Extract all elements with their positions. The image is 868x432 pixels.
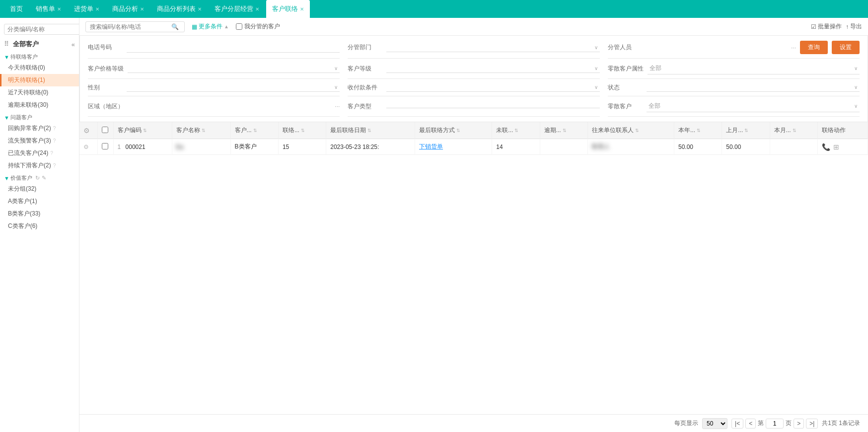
manager-dots[interactable]: ···: [791, 44, 796, 51]
th-this-month: 本月... ⇅: [770, 122, 817, 139]
settings-row-icon[interactable]: ⚙: [83, 144, 89, 150]
close-product-analysis-list-icon[interactable]: ✕: [198, 6, 202, 12]
more-filter-btn[interactable]: ▦ 更多条件 ▲: [189, 21, 232, 32]
page-nav: |< < 第 页 > >|: [731, 419, 818, 429]
td-unit-contact: 联系人: [588, 139, 674, 155]
help-icon-1[interactable]: ?: [53, 126, 56, 131]
th-settings: ⚙: [79, 122, 97, 139]
my-customers-checkbox[interactable]: [236, 23, 242, 30]
close-product-analysis-icon[interactable]: ✕: [140, 6, 144, 12]
td-customer-code: 1 000021: [113, 139, 172, 155]
nav-sales[interactable]: 销售单 ✕: [30, 0, 67, 18]
nav-customer-contact[interactable]: 客户联络 ✕: [266, 0, 310, 18]
sort-overdue-icon[interactable]: ⇅: [563, 128, 567, 133]
nav-purchase[interactable]: 进货单 ✕: [68, 0, 105, 18]
nav-customer-tier[interactable]: 客户分层经营 ✕: [209, 0, 265, 18]
help-icon-4[interactable]: ?: [53, 163, 56, 168]
close-customer-tier-icon[interactable]: ✕: [255, 6, 259, 12]
query-btn[interactable]: 查询: [800, 41, 828, 54]
sort-method-icon[interactable]: ⇅: [456, 128, 460, 133]
retail-customer-select[interactable]: 全部 ∨: [647, 100, 860, 112]
sort-name-icon[interactable]: ⇅: [202, 128, 206, 133]
sidebar-item-churned[interactable]: 已流失客户(24) ?: [0, 147, 79, 159]
close-purchase-icon[interactable]: ✕: [95, 6, 99, 12]
first-page-btn[interactable]: |<: [731, 419, 743, 429]
price-level-select[interactable]: ∨: [128, 64, 340, 73]
phone-input[interactable]: [127, 42, 340, 53]
sidebar-item-churn-warning[interactable]: 流失预警客户(3) ?: [0, 135, 79, 147]
area-dots[interactable]: ···: [335, 103, 340, 110]
td-not-contacted: 14: [492, 139, 540, 155]
sidebar-item-class-c[interactable]: C类客户(6): [0, 220, 79, 232]
search-icon[interactable]: 🔍: [171, 23, 179, 30]
sidebar-item-declining[interactable]: 持续下滑客户(2) ?: [0, 159, 79, 172]
search-input[interactable]: [90, 23, 169, 30]
export-icon: ↑: [846, 23, 849, 30]
th-overdue: 逾期... ⇅: [540, 122, 587, 139]
th-last-month: 上月... ⇅: [722, 122, 770, 139]
sort-year-icon[interactable]: ⇅: [697, 128, 701, 133]
customer-level-select[interactable]: ∨: [386, 64, 599, 73]
sidebar-item-class-a[interactable]: A类客户(1): [0, 195, 79, 208]
sort-last-date-icon[interactable]: ⇅: [367, 128, 371, 133]
toolbar-right: ☑ 批量操作 ↑ 导出: [811, 22, 862, 31]
page-size-select[interactable]: 50 100 200: [702, 418, 727, 429]
nav-product-analysis-list[interactable]: 商品分析列表 ✕: [151, 0, 208, 18]
refresh-icon[interactable]: ↻: [35, 175, 40, 181]
phone-action-icon[interactable]: 📞: [822, 143, 830, 151]
page-number-input[interactable]: [766, 419, 784, 429]
dept-select[interactable]: ∨: [386, 43, 599, 52]
next-page-btn[interactable]: >: [794, 419, 804, 429]
sort-not-contacted-icon[interactable]: ⇅: [514, 128, 518, 133]
td-row-actions: 📞 ⊞: [817, 139, 868, 155]
dept-dropdown-arrow: ∨: [594, 45, 598, 50]
sort-unit-contact-icon[interactable]: ⇅: [635, 128, 639, 133]
contact-method-link[interactable]: 下销货单: [419, 143, 443, 150]
help-icon-2[interactable]: ?: [53, 138, 56, 144]
sidebar-item-class-b[interactable]: B类客户(33): [0, 208, 79, 220]
customer-type-select[interactable]: [386, 105, 599, 108]
gear-icon[interactable]: ⚙: [83, 127, 90, 135]
th-actions: 联络动作: [817, 122, 868, 139]
sort-last-month-icon[interactable]: ⇅: [744, 128, 748, 133]
sort-code-icon[interactable]: ⇅: [143, 128, 147, 133]
help-icon-3[interactable]: ?: [50, 150, 53, 156]
nav-home[interactable]: 首页: [4, 0, 29, 18]
gender-arrow: ∨: [334, 84, 338, 90]
sidebar-search-input[interactable]: [4, 24, 79, 35]
export-btn[interactable]: ↑ 导出: [846, 22, 862, 31]
my-customers-checkbox-label[interactable]: 我分管的客户: [236, 22, 280, 31]
td-checkbox: [97, 139, 113, 155]
sort-contact-icon[interactable]: ⇅: [301, 128, 305, 133]
last-page-btn[interactable]: >|: [806, 419, 818, 429]
sidebar-item-today-pending[interactable]: 今天待联络(0): [0, 62, 79, 74]
sidebar-item-tomorrow-pending[interactable]: 明天待联络(1): [0, 74, 79, 86]
sidebar: 🔍 ⠿ 全部客户 « ▼ 待联络客户 今天待联络(0) 明天待联络(1) 近7天…: [0, 18, 79, 432]
row-checkbox[interactable]: [102, 143, 108, 149]
sort-type-icon[interactable]: ⇅: [253, 128, 257, 133]
sidebar-item-overdue-pending[interactable]: 逾期未联络(30): [0, 99, 79, 111]
retail-attr-select[interactable]: 全部 ∨: [648, 63, 860, 74]
sidebar-item-abnormal-repurchase[interactable]: 回购异常客户(2) ?: [0, 122, 79, 135]
filter-payment: 收付款条件 ∨: [348, 83, 599, 96]
payment-select[interactable]: ∨: [386, 83, 599, 92]
sort-this-month-icon[interactable]: ⇅: [793, 128, 796, 133]
th-last-contact-date: 最后联络日期 ⇅: [326, 122, 415, 139]
select-all-checkbox[interactable]: [102, 127, 108, 133]
prev-page-btn[interactable]: <: [745, 419, 756, 429]
sidebar-all-customers[interactable]: ⠿ 全部客户 «: [0, 37, 79, 51]
filter-retail-customer: 零散客户 全部 ∨: [608, 100, 860, 117]
batch-op-btn[interactable]: ☑ 批量操作: [811, 22, 842, 31]
close-sales-icon[interactable]: ✕: [57, 6, 61, 12]
sidebar-item-ungrouped[interactable]: 未分组(32): [0, 183, 79, 195]
collapse-icon[interactable]: «: [72, 41, 75, 48]
filter-icon: ▦: [192, 23, 197, 30]
status-select[interactable]: ∨: [647, 83, 860, 92]
grid-action-icon[interactable]: ⊞: [833, 143, 839, 151]
gender-select[interactable]: ∨: [127, 83, 340, 92]
sidebar-item-7days-pending[interactable]: 近7天待联络(0): [0, 86, 79, 99]
nav-product-analysis[interactable]: 商品分析 ✕: [106, 0, 150, 18]
setting-btn[interactable]: 设置: [832, 41, 860, 54]
edit-icon[interactable]: ✎: [42, 175, 46, 181]
close-customer-contact-icon[interactable]: ✕: [300, 6, 304, 12]
